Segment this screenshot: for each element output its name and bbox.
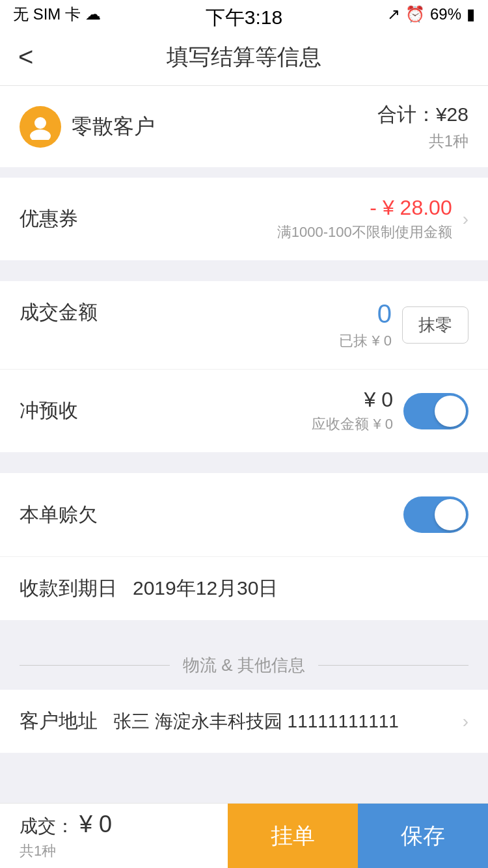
address-label: 客户地址	[20, 708, 98, 735]
credit-toggle[interactable]	[403, 496, 468, 533]
address-value: 张三 海淀永丰科技园 11111111111	[113, 709, 463, 734]
bottom-deal: 成交： ¥ 0	[20, 811, 208, 839]
status-bar: 无 SIM 卡 ☁ 下午3:18 ↗ ⏰ 69% ▮	[0, 0, 488, 29]
status-right: ↗ ⏰ 69% ▮	[387, 5, 475, 23]
due-value: 2019年12月30日	[133, 575, 278, 602]
logistics-title: 物流 & 其他信息	[183, 654, 305, 677]
nav-bar: < 填写结算等信息	[0, 29, 488, 86]
address-card: 客户地址 张三 海淀永丰科技园 11111111111 ›	[0, 690, 488, 753]
customer-right: 合计：¥28 共1种	[377, 102, 468, 152]
logistics-header: 物流 & 其他信息	[0, 641, 488, 690]
prepay-row: 冲预收 ¥ 0 应收金额 ¥ 0	[0, 369, 488, 452]
prepay-value: ¥ 0	[312, 388, 393, 412]
round-off-button[interactable]: 抹零	[402, 306, 468, 344]
logistics-line-left	[20, 665, 170, 666]
coupon-value-col: - ¥ 28.00 满1000-100不限制使用金额	[277, 196, 452, 242]
toggle-knob	[435, 396, 466, 427]
address-row[interactable]: 客户地址 张三 海淀永丰科技园 11111111111 ›	[0, 690, 488, 753]
alarm-icon: ⏰	[405, 5, 425, 23]
due-label: 收款到期日	[20, 575, 117, 602]
battery-icon: ▮	[467, 5, 475, 23]
deal-row: 成交金额 0 已抹 ¥ 0 抹零	[0, 281, 488, 369]
chevron-right-icon: ›	[463, 209, 468, 230]
svg-point-0	[34, 117, 46, 129]
coupon-card: 优惠券 - ¥ 28.00 满1000-100不限制使用金额 ›	[0, 178, 488, 260]
prepay-sub: 应收金额 ¥ 0	[312, 414, 393, 434]
credit-label: 本单赊欠	[20, 502, 98, 528]
due-row: 收款到期日 2019年12月30日	[0, 556, 488, 620]
section-divider-1	[0, 271, 488, 281]
customer-total: 合计：¥28	[377, 102, 468, 128]
bottom-deal-value: ¥ 0	[79, 811, 112, 838]
prepay-right: ¥ 0 应收金额 ¥ 0	[312, 388, 468, 434]
save-button[interactable]: 保存	[358, 804, 488, 868]
sim-label: 无 SIM 卡 ☁	[13, 4, 101, 25]
battery-label: 69%	[430, 5, 461, 23]
credit-card: 本单赊欠 收款到期日 2019年12月30日	[0, 473, 488, 620]
customer-avatar	[20, 106, 61, 148]
deal-label: 成交金额	[20, 299, 98, 326]
customer-left: 零散客户	[20, 106, 155, 148]
credit-row: 本单赊欠	[0, 473, 488, 556]
svg-point-1	[30, 129, 51, 140]
transaction-card: 成交金额 0 已抹 ¥ 0 抹零 冲预收 ¥ 0 应收金额 ¥ 0	[0, 281, 488, 452]
location-icon: ↗	[387, 5, 400, 23]
coupon-row[interactable]: 优惠券 - ¥ 28.00 满1000-100不限制使用金额 ›	[0, 178, 488, 260]
status-left: 无 SIM 卡 ☁	[13, 4, 101, 25]
prepay-toggle[interactable]	[403, 393, 468, 429]
coupon-discount: - ¥ 28.00	[277, 196, 452, 220]
section-divider-3	[0, 631, 488, 641]
status-time: 下午3:18	[206, 5, 282, 31]
coupon-label: 优惠券	[20, 206, 78, 232]
address-chevron-icon: ›	[463, 711, 468, 732]
customer-name: 零散客户	[72, 113, 155, 141]
customer-count: 共1种	[377, 131, 468, 152]
bottom-deal-label: 成交：	[20, 814, 74, 839]
deal-value-col: 0 已抹 ¥ 0	[339, 299, 392, 351]
coupon-desc: 满1000-100不限制使用金额	[277, 223, 452, 242]
credit-toggle-knob	[435, 499, 466, 530]
coupon-right: - ¥ 28.00 满1000-100不限制使用金额 ›	[277, 196, 468, 242]
hold-button[interactable]: 挂单	[228, 804, 358, 868]
deal-right: 0 已抹 ¥ 0 抹零	[339, 299, 468, 351]
logistics-line-right	[318, 665, 468, 666]
user-icon	[27, 114, 53, 140]
content: 零散客户 合计：¥28 共1种 优惠券 - ¥ 28.00 满1000-100不…	[0, 86, 488, 841]
bottom-bar: 成交： ¥ 0 共1种 挂单 保存	[0, 803, 488, 868]
prepay-label: 冲预收	[20, 398, 78, 424]
customer-card: 零散客户 合计：¥28 共1种	[0, 86, 488, 167]
deal-value: 0	[339, 299, 392, 329]
page-title: 填写结算等信息	[167, 42, 321, 72]
bottom-count: 共1种	[20, 841, 208, 861]
section-divider-2	[0, 463, 488, 473]
back-button[interactable]: <	[18, 42, 33, 72]
prepay-value-col: ¥ 0 应收金额 ¥ 0	[312, 388, 393, 434]
customer-row[interactable]: 零散客户 合计：¥28 共1种	[0, 86, 488, 167]
deal-sub: 已抹 ¥ 0	[339, 331, 392, 351]
bottom-summary: 成交： ¥ 0 共1种	[0, 804, 228, 868]
